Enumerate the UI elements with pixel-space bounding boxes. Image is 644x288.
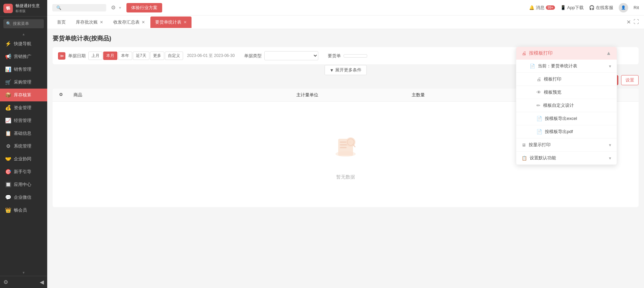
sidebar-item-label-basic: 基础信息 xyxy=(14,130,31,136)
operations-icon: 📈 xyxy=(5,118,11,124)
template-preview-item[interactable]: 👁 模板预览 xyxy=(516,86,617,99)
sidebar-scroll-up[interactable]: ▲ xyxy=(0,31,47,37)
notifications-badge: 99+ xyxy=(546,5,555,10)
app-download-item[interactable]: 📱 App下载 xyxy=(560,5,584,11)
customer-service-item[interactable]: 🎧 在线客服 xyxy=(589,5,613,11)
date-btn-prev-month[interactable]: 上月 xyxy=(88,52,103,60)
default-settings-section[interactable]: 📋 设置默认功能 ▾ xyxy=(516,152,617,165)
sidebar-item-wechat[interactable]: 💬 企业微信 xyxy=(0,191,47,204)
sidebar-item-system[interactable]: ⚙ 系统管理 xyxy=(0,140,47,153)
template-print-item[interactable]: 🖨 模板打印 xyxy=(516,73,617,86)
settings-icon[interactable]: ⚙ xyxy=(3,279,8,285)
print-dropdown-close-btn[interactable]: ▲ xyxy=(606,50,611,56)
default-settings-label: 设置默认功能 xyxy=(530,155,556,161)
sidebar-item-inventory[interactable]: 📦 库存核算 xyxy=(0,89,47,101)
trial-btn[interactable]: 体验行业方案 xyxy=(126,3,162,12)
quicknav-icon: ⚡ xyxy=(5,41,11,47)
template-export-pdf-item[interactable]: 📄 按模板导出pdf xyxy=(516,125,617,138)
sidebar-item-label-collab: 企业协同 xyxy=(14,156,31,162)
member-icon: 👑 xyxy=(5,207,11,213)
export-excel-icon: 📄 xyxy=(536,116,542,121)
tab-order-stats-close[interactable]: ✕ xyxy=(183,20,187,25)
avatar[interactable]: 👤 xyxy=(619,3,628,12)
collapse-icon[interactable]: ◀ xyxy=(40,279,44,285)
sales-icon: 📊 xyxy=(5,66,11,72)
sidebar-item-purchase[interactable]: 🛒 采购管理 xyxy=(0,76,47,89)
collab-icon: 🤝 xyxy=(5,156,11,162)
header-search[interactable]: 🔍 xyxy=(52,4,106,11)
sidebar-item-guide[interactable]: 🎯 新手引导 xyxy=(0,165,47,178)
default-settings-left: 📋 设置默认功能 xyxy=(522,155,556,161)
date-btn-custom[interactable]: 自定义 xyxy=(165,52,183,60)
date-btn-last7days[interactable]: 近7天 xyxy=(133,52,149,60)
display-print-left: 🖥 按显示打印 xyxy=(522,142,551,148)
table-settings-icon[interactable]: ⚙ xyxy=(59,92,63,97)
sidebar-item-member[interactable]: 👑 畅会员 xyxy=(0,204,47,217)
template-custom-icon: ✏ xyxy=(536,103,540,108)
app-logo-icon: 畅 xyxy=(3,4,13,13)
current-template-row[interactable]: 📄 当前：要货单统计表 ▾ xyxy=(516,60,617,73)
user-name: Rit xyxy=(634,5,639,10)
date-filter-label: 单据日期 xyxy=(68,53,86,59)
sidebar-item-marketing[interactable]: 📢 营销推广 xyxy=(0,50,47,63)
sidebar-item-label-quicknav: 快捷导航 xyxy=(14,41,31,47)
date-btn-current-month[interactable]: 本月 xyxy=(103,52,117,60)
sidebar-item-apps[interactable]: 🔲 应用中心 xyxy=(0,178,47,191)
tab-home[interactable]: 首页 xyxy=(52,17,70,28)
apps-icon: 🔲 xyxy=(5,182,11,188)
maximize-window-btn[interactable]: ⛶ xyxy=(634,19,639,25)
goods-input[interactable] xyxy=(344,54,367,58)
sidebar-item-quicknav[interactable]: ⚡ 快捷导航 xyxy=(0,37,47,50)
sidebar-scroll-down[interactable]: ▼ xyxy=(0,269,47,276)
tabs-bar: 首页 库存批次账 ✕ 收发存汇总表 ✕ 要货单统计表 ✕ ✕ ⛶ xyxy=(47,15,644,29)
current-template-label: 当前：要货单统计表 xyxy=(538,63,577,69)
sidebar-item-finance[interactable]: 💰 资金管理 xyxy=(0,101,47,114)
th-settings[interactable]: ⚙ xyxy=(53,92,69,98)
display-print-icon: 🖥 xyxy=(522,142,526,148)
settings-btn[interactable]: 设置 xyxy=(621,75,639,85)
sidebar-item-sales[interactable]: 📊 销售管理 xyxy=(0,63,47,76)
tab-collection[interactable]: 收发存汇总表 ✕ xyxy=(109,17,150,28)
current-template-left: 📄 当前：要货单统计表 xyxy=(530,63,577,69)
template-custom-design-item[interactable]: ✏ 模板自定义设计 xyxy=(516,99,617,112)
expand-conditions-btn[interactable]: ▼ 展开更多条件 xyxy=(325,65,367,75)
tab-batch-close[interactable]: ✕ xyxy=(100,20,103,25)
template-custom-label: 模板自定义设计 xyxy=(543,102,574,108)
sidebar-item-operations[interactable]: 📈 经营管理 xyxy=(0,114,47,127)
template-print-icon: 🖨 xyxy=(536,76,541,82)
empty-icon xyxy=(329,129,362,169)
sidebar-item-label-operations: 经营管理 xyxy=(14,118,31,124)
date-btn-current-year[interactable]: 本年 xyxy=(118,52,132,60)
search-icon: 🔍 xyxy=(6,21,11,26)
expand-conditions-label: 展开更多条件 xyxy=(335,67,361,73)
template-export-excel-item[interactable]: 📄 按模板导出excel xyxy=(516,112,617,125)
tab-collection-close[interactable]: ✕ xyxy=(142,20,145,25)
system-icon: ⚙ xyxy=(5,143,11,149)
display-print-section[interactable]: 🖥 按显示打印 ▾ xyxy=(516,138,617,152)
search-menu[interactable]: 🔍 搜索菜单 xyxy=(3,19,44,28)
header-dropdown-arrow[interactable]: ▾ xyxy=(119,5,121,10)
sidebar-item-collab[interactable]: 🤝 企业协同 xyxy=(0,153,47,165)
filter-expand-icon-btn[interactable]: ≫ xyxy=(58,52,65,60)
date-btn-more[interactable]: 更多 xyxy=(150,52,164,60)
app-name: 畅捷通好生意 xyxy=(16,3,40,9)
header-gear-icon[interactable]: ⚙ xyxy=(111,4,116,11)
type-filter-select[interactable] xyxy=(264,51,318,60)
print-dropdown-title-area: 🖨 按模板打印 xyxy=(522,50,553,56)
headset-icon: 🎧 xyxy=(589,5,594,10)
window-controls: ✕ ⛶ xyxy=(626,19,639,25)
header-search-icon: 🔍 xyxy=(56,5,61,10)
sidebar-item-label-wechat: 企业微信 xyxy=(14,194,31,200)
app-download-label: App下载 xyxy=(567,5,584,11)
print-dropdown-header: 🖨 按模板打印 ▲ xyxy=(516,47,617,60)
basic-icon: 📋 xyxy=(5,130,11,136)
close-window-btn[interactable]: ✕ xyxy=(626,19,631,25)
notifications-item[interactable]: 🔔 消息 99+ xyxy=(529,5,555,11)
tab-batch[interactable]: 库存批次账 ✕ xyxy=(71,17,108,28)
tab-order-stats[interactable]: 要货单统计表 ✕ xyxy=(150,17,192,28)
top-header: 🔍 ⚙ ▾ 体验行业方案 🔔 消息 99+ 📱 App下载 🎧 在线客服 👤 xyxy=(47,0,644,15)
sidebar-item-basic[interactable]: 📋 基础信息 xyxy=(0,127,47,140)
type-filter-label: 单据类型 xyxy=(244,53,262,59)
tab-collection-label: 收发存汇总表 xyxy=(113,19,140,25)
purchase-icon: 🛒 xyxy=(5,79,11,85)
